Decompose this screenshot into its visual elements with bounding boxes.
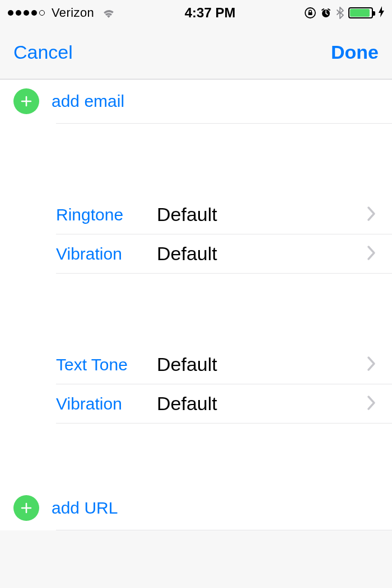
ringtone-group: Ringtone Default Vibration Default [0,195,392,274]
carrier-label: Verizon [52,6,94,20]
alarm-icon [320,7,332,18]
battery-icon [348,7,373,18]
plus-icon [13,495,39,521]
add-url-row[interactable]: add URL [0,486,392,530]
bluetooth-icon [336,7,344,19]
vibration-label: Vibration [56,236,157,272]
chevron-right-icon [366,244,376,264]
cancel-button[interactable]: Cancel [13,41,73,63]
chevron-right-icon [366,394,376,413]
texttone-value: Default [157,346,366,383]
add-email-label: add email [52,92,124,111]
orientation-lock-icon [305,7,316,18]
ringtone-vibration-row[interactable]: Vibration Default [56,234,392,274]
charging-icon [379,6,384,20]
add-url-label: add URL [52,498,118,518]
texttone-row[interactable]: Text Tone Default [56,345,392,384]
chevron-right-icon [366,205,376,224]
content: add email Ringtone Default Vibration Def… [0,79,392,530]
clock: 4:37 PM [185,5,236,21]
vibration-value: Default [157,235,366,272]
add-email-group: add email [0,79,392,124]
vibration-value: Default [157,385,366,422]
done-button[interactable]: Done [331,41,379,63]
plus-icon [13,88,39,114]
nav-bar: Cancel Done [0,26,392,79]
vibration-label: Vibration [56,385,157,422]
ringtone-value: Default [157,196,366,233]
ringtone-row[interactable]: Ringtone Default [56,195,392,234]
chevron-right-icon [366,355,376,374]
ringtone-label: Ringtone [56,196,157,233]
texttone-group: Text Tone Default Vibration Default [0,345,392,424]
status-bar: Verizon 4:37 PM [0,0,392,26]
add-url-group: add URL [0,486,392,530]
wifi-icon [102,8,115,18]
status-right [305,6,384,20]
texttone-label: Text Tone [56,346,157,383]
add-email-row[interactable]: add email [0,79,392,123]
status-left: Verizon [8,6,115,20]
texttone-vibration-row[interactable]: Vibration Default [56,384,392,424]
signal-strength-icon [8,10,45,16]
